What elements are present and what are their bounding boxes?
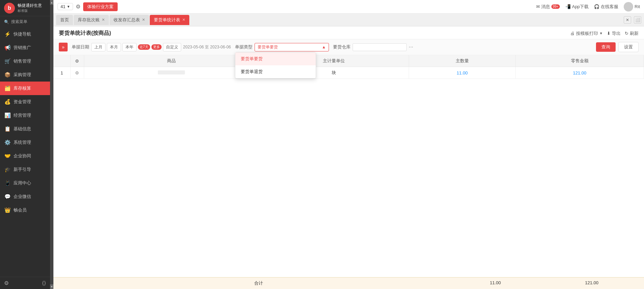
footer-amount: 121.00 [544, 280, 640, 286]
tab-close-inventory-batch[interactable]: ✕ [102, 18, 105, 22]
tab-inventory-batch[interactable]: 库存批次账 ✕ [74, 15, 109, 25]
topbar-settings-icon[interactable]: ⚙ [76, 3, 80, 10]
sidebar-nav: ⚡ 快捷导航 📢 营销推广 🛒 销售管理 📦 采购管理 🗂️ 库存核算 💰 资金… [0, 27, 50, 277]
topbar: 41 ▼ ⚙ 体验行业方案 ✉ 消息 99+ 📲 App下载 🎧 在线客服 Ri… [53, 0, 644, 14]
sidebar-item-system[interactable]: ⚙️ 系统管理 [0, 136, 50, 149]
dropdown-item-order-normal[interactable]: 要货单要货 [235, 52, 316, 65]
sidebar-item-enterprise[interactable]: 🤝 企业协同 [0, 149, 50, 163]
messages-btn[interactable]: ✉ 消息 99+ [536, 4, 560, 10]
tab-close-order-stats[interactable]: ✕ [182, 18, 185, 22]
quick-nav-icon: ⚡ [4, 31, 11, 38]
footer-unit [351, 280, 447, 286]
tab-receive-summary[interactable]: 收发存汇总表 ✕ [110, 15, 149, 25]
filter-date-group: 单据日期 上月 本月 本年 近7天 更多 自定义 2023-05-06 至 20… [72, 43, 231, 51]
topbar-actions: ✉ 消息 99+ 📲 App下载 🎧 在线客服 Rit [536, 2, 640, 12]
sidebar-settings-icon[interactable]: ⚙ [4, 280, 9, 286]
user-avatar-btn[interactable]: Rit [624, 2, 640, 12]
filter-actions-right: 查询 设置 [596, 42, 639, 52]
export-btn[interactable]: ⬇ 导出 [607, 30, 621, 37]
sales-icon: 🛒 [4, 58, 11, 65]
basics-icon: 📋 [4, 126, 11, 132]
headset-icon: 🎧 [594, 4, 599, 9]
table-footer: 合计 11.00 121.00 [53, 277, 644, 289]
close-window-btn[interactable]: ✕ [624, 16, 631, 24]
export-icon: ⬇ [607, 31, 611, 36]
online-service-btn[interactable]: 🎧 在线客服 [594, 4, 618, 10]
filter-type-group: 单据类型 要货单要货 ▲ [235, 43, 329, 51]
apps-icon: 📱 [4, 180, 11, 186]
refresh-btn[interactable]: ↻ 刷新 [625, 30, 639, 37]
warehouse-input[interactable] [353, 43, 407, 51]
page-header: 要货单统计表(按商品) 🖨 按模板打印 ▼ ⬇ 导出 ↻ 刷新 [53, 26, 644, 39]
chevron-down-icon-print: ▼ [599, 31, 603, 35]
cell-amount[interactable]: 121.00 [516, 67, 644, 79]
filter-settings-btn[interactable]: 设置 [618, 42, 639, 52]
sidebar-collapse-icon[interactable]: ⟨⟩ [42, 280, 46, 286]
scroll-down-btn[interactable]: ▼ [50, 284, 53, 289]
tabbar: 首页 库存批次账 ✕ 收发存汇总表 ✕ 要货单统计表 ✕ ✕ ⬜ [53, 14, 644, 26]
sidebar-item-vip[interactable]: 👑 畅会员 [0, 203, 50, 217]
col-quantity: 主数量 [409, 55, 516, 67]
operations-icon: 📊 [4, 112, 11, 119]
col-seq [53, 55, 70, 67]
sidebar-item-newbie[interactable]: 🎓 新手引导 [0, 163, 50, 176]
scroll-up-btn[interactable]: ▲ [50, 0, 53, 5]
sidebar-footer: ⚙ ⟨⟩ [0, 277, 50, 289]
tab-home[interactable]: 首页 [56, 15, 73, 25]
download-icon: 📲 [565, 4, 571, 9]
warehouse-more-icon[interactable]: ··· [409, 44, 413, 50]
sidebar-item-sales[interactable]: 🛒 销售管理 [0, 54, 50, 68]
sidebar-item-basics[interactable]: 📋 基础信息 [0, 122, 50, 136]
table-container: ⚙ 商品 主计量单位 主数量 零售金额 1 ⚙ [53, 55, 644, 277]
data-table: ⚙ 商品 主计量单位 主数量 零售金额 1 ⚙ [53, 55, 644, 79]
vip-icon: 👑 [4, 207, 11, 214]
sidebar-item-operations[interactable]: 📊 经营管理 [0, 109, 50, 122]
sidebar-search[interactable]: 🔍 搜索菜单 [0, 16, 50, 27]
table-settings-icon[interactable]: ⚙ [75, 59, 79, 64]
purchase-icon: 📦 [4, 71, 11, 78]
filter-type-input[interactable]: 要货单要货 ▲ [255, 43, 329, 51]
col-product: 商品 [84, 55, 259, 67]
sidebar-item-apps[interactable]: 📱 应用中心 [0, 176, 50, 190]
tab-close-receive-summary[interactable]: ✕ [142, 18, 145, 22]
row-settings-icon[interactable]: ⚙ [75, 70, 79, 75]
tab-order-stats[interactable]: 要货单统计表 ✕ [150, 15, 189, 25]
date-more-badge[interactable]: 更多 [151, 44, 162, 50]
dropdown-item-order-return[interactable]: 要货单退货 [235, 65, 316, 78]
sidebar-item-purchase[interactable]: 📦 采购管理 [0, 68, 50, 82]
sidebar-item-inventory[interactable]: 🗂️ 库存核算 [0, 82, 50, 95]
print-template-btn[interactable]: 🖨 按模板打印 ▼ [570, 30, 603, 37]
app-name: 畅捷通好生意 标准版 [18, 3, 42, 13]
store-selector[interactable]: 41 ▼ [57, 3, 73, 10]
date-custom-btn[interactable]: 自定义 [163, 43, 181, 51]
footer-quantity: 11.00 [447, 280, 544, 286]
enterprise-icon: 🤝 [4, 153, 11, 159]
page-header-actions: 🖨 按模板打印 ▼ ⬇ 导出 ↻ 刷新 [570, 30, 639, 37]
page: 要货单统计表(按商品) 🖨 按模板打印 ▼ ⬇ 导出 ↻ 刷新 [53, 26, 644, 289]
filter-warehouse-group: 要货仓库 ··· [333, 43, 413, 51]
type-dropdown-menu: 要货单要货 要货单退货 [235, 52, 316, 79]
app-logo: b [4, 3, 15, 14]
cell-row-settings[interactable]: ⚙ [70, 67, 84, 79]
sidebar-item-marketing[interactable]: 📢 营销推广 [0, 41, 50, 54]
message-icon: ✉ [536, 4, 540, 9]
sidebar-item-wechat[interactable]: 💬 企业微信 [0, 190, 50, 203]
filter-expand-btn[interactable]: » [59, 43, 68, 51]
col-amount: 零售金额 [516, 55, 644, 67]
chevron-up-icon: ▲ [322, 45, 326, 49]
col-settings[interactable]: ⚙ [70, 55, 84, 67]
newbie-icon: 🎓 [4, 166, 11, 173]
date-last-month-btn[interactable]: 上月 [91, 43, 105, 51]
date-recent-badge[interactable]: 近7天 [138, 44, 150, 50]
query-btn[interactable]: 查询 [596, 42, 616, 52]
maximize-window-btn[interactable]: ⬜ [634, 16, 641, 24]
wechat-icon: 💬 [4, 193, 11, 200]
sidebar-item-quick-nav[interactable]: ⚡ 快捷导航 [0, 27, 50, 41]
sidebar-item-finance[interactable]: 💰 资金管理 [0, 95, 50, 109]
trial-btn[interactable]: 体验行业方案 [83, 2, 118, 11]
date-this-year-btn[interactable]: 本年 [122, 43, 137, 51]
content-area: 要货单统计表(按商品) 🖨 按模板打印 ▼ ⬇ 导出 ↻ 刷新 [53, 26, 644, 289]
date-this-month-btn[interactable]: 本月 [107, 43, 121, 51]
cell-quantity[interactable]: 11.00 [409, 67, 516, 79]
app-download-btn[interactable]: 📲 App下载 [565, 4, 589, 10]
